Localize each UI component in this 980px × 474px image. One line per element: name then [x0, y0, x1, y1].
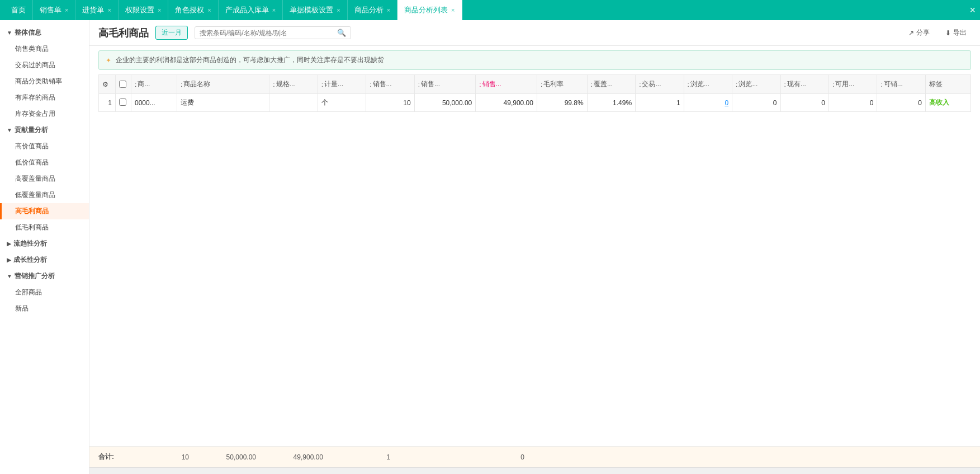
- close-icon[interactable]: ×: [158, 7, 161, 13]
- content-area: 高毛利商品 近一月 🔍 ↗ 分享 ⬇ 导出 ✦ 企业的主要的利润都是这部分商品创…: [89, 20, 980, 474]
- row-view1[interactable]: 0: [684, 94, 732, 112]
- col-settings[interactable]: ⚙: [99, 75, 116, 94]
- sidebar-item-stock-capital[interactable]: 库存资金占用: [0, 106, 89, 122]
- col-view1[interactable]: :浏览...: [684, 75, 732, 94]
- row-gross-margin: 99.8%: [537, 94, 587, 112]
- nav-item-analysis-list[interactable]: 商品分析列表 ×: [397, 0, 462, 20]
- col-spec[interactable]: :规格...: [269, 75, 318, 94]
- col-code[interactable]: :商...: [131, 75, 177, 94]
- nav-item-purchase[interactable]: 进货单 ×: [75, 0, 118, 20]
- sidebar-item-high-coverage[interactable]: 高覆盖量商品: [0, 171, 89, 187]
- sidebar: ▼ 整体信息 销售类商品 交易过的商品 商品分类助销率 有库存的商品 库存资金占…: [0, 20, 89, 474]
- col-unit[interactable]: :计量...: [318, 75, 366, 94]
- sidebar-section-growth[interactable]: ▶ 成长性分析: [0, 252, 89, 268]
- horizontal-scrollbar[interactable]: [89, 467, 980, 474]
- select-all-checkbox[interactable]: [119, 81, 126, 88]
- close-icon[interactable]: ×: [65, 7, 68, 13]
- close-icon[interactable]: ×: [207, 7, 211, 13]
- footer-trade: 1: [326, 453, 394, 461]
- data-table: ⚙ :商... :商品名称 :规格...: [98, 74, 971, 112]
- close-icon[interactable]: ×: [337, 7, 340, 13]
- col-sale-amount[interactable]: :销售...: [414, 75, 476, 94]
- table-header-row: ⚙ :商... :商品名称 :规格...: [99, 75, 971, 94]
- table-container: ⚙ :商... :商品名称 :规格...: [89, 74, 980, 446]
- export-button[interactable]: ⬇ 导出: [941, 26, 971, 40]
- sidebar-item-category-rate[interactable]: 商品分类助销率: [0, 73, 89, 90]
- nav-item-sales[interactable]: 销售单 ×: [33, 0, 75, 20]
- row-trade: 1: [636, 94, 684, 112]
- row-tag: 高收入: [925, 94, 970, 112]
- col-available[interactable]: :可用...: [829, 75, 877, 94]
- row-sale-profit: 49,900.00: [476, 94, 537, 112]
- sidebar-item-high-value[interactable]: 高价值商品: [0, 138, 89, 154]
- footer-available: 0: [461, 453, 528, 461]
- col-trade[interactable]: :交易...: [636, 75, 684, 94]
- nav-item-permissions[interactable]: 权限设置 ×: [119, 0, 168, 20]
- info-bar: ✦ 企业的主要的利润都是这部分商品创造的，可考虑加大推广，同时关注库存是不要出现…: [98, 50, 971, 70]
- sidebar-item-low-margin[interactable]: 低毛利商品: [0, 219, 89, 236]
- col-current[interactable]: :现有...: [780, 75, 828, 94]
- export-icon: ⬇: [945, 29, 951, 37]
- main-layout: ▼ 整体信息 销售类商品 交易过的商品 商品分类助销率 有库存的商品 库存资金占…: [0, 20, 980, 474]
- nav-item-role[interactable]: 角色授权 ×: [168, 0, 218, 20]
- row-checkbox: [116, 94, 131, 112]
- col-name[interactable]: :商品名称: [177, 75, 269, 94]
- sidebar-section-overall[interactable]: ▼ 整体信息: [0, 25, 89, 41]
- header-actions: ↗ 分享 ⬇ 导出: [904, 26, 971, 40]
- sidebar-item-low-value[interactable]: 低价值商品: [0, 154, 89, 171]
- nav-item-analysis[interactable]: 商品分析 ×: [348, 0, 397, 20]
- sidebar-section-trend[interactable]: ▶ 流趋性分析: [0, 236, 89, 252]
- share-button[interactable]: ↗ 分享: [904, 26, 934, 40]
- close-window-button[interactable]: ×: [969, 4, 976, 16]
- footer-view1: [394, 453, 461, 461]
- footer-label: 合计:: [98, 452, 114, 462]
- row-saleable: 0: [877, 94, 925, 112]
- nav-item-product-inbound[interactable]: 产成品入库单 ×: [219, 0, 283, 20]
- sidebar-item-sales-goods[interactable]: 销售类商品: [0, 41, 89, 57]
- nav-item-home[interactable]: 首页: [4, 0, 33, 20]
- row-index: 1: [99, 94, 116, 112]
- sidebar-item-low-coverage[interactable]: 低覆盖量商品: [0, 187, 89, 203]
- footer-sale-amount: 50,000.00: [192, 453, 259, 461]
- col-coverage[interactable]: :覆盖...: [587, 75, 635, 94]
- content-header: 高毛利商品 近一月 🔍 ↗ 分享 ⬇ 导出: [89, 20, 980, 46]
- row-name: 运费: [177, 94, 269, 112]
- sidebar-item-in-stock[interactable]: 有库存的商品: [0, 90, 89, 106]
- sidebar-item-new-goods[interactable]: 新品: [0, 301, 89, 317]
- col-gross-margin[interactable]: :毛利率: [537, 75, 587, 94]
- close-icon[interactable]: ×: [451, 7, 455, 13]
- col-saleable[interactable]: :可销...: [877, 75, 925, 94]
- filter-recent-month-button[interactable]: 近一月: [155, 26, 188, 40]
- chevron-down-icon: ▼: [7, 127, 12, 133]
- sidebar-item-high-margin[interactable]: 高毛利商品: [0, 203, 89, 219]
- search-input[interactable]: [200, 29, 335, 37]
- row-sale-count: 10: [366, 94, 414, 112]
- close-icon[interactable]: ×: [272, 7, 276, 13]
- sidebar-section-contribution[interactable]: ▼ 贡献量分析: [0, 122, 89, 138]
- footer-cells: 10 50,000.00 49,900.00 1 0: [125, 453, 971, 461]
- nav-item-template[interactable]: 单据模板设置 ×: [283, 0, 347, 20]
- row-available: 0: [829, 94, 877, 112]
- col-tag[interactable]: 标签: [925, 75, 970, 94]
- footer-bar: 合计: 10 50,000.00 49,900.00 1 0: [89, 446, 980, 467]
- table-row: 1 0000... 运费 个 10 50,000.00 49,900.00 99…: [99, 94, 971, 112]
- close-icon[interactable]: ×: [387, 7, 390, 13]
- sidebar-item-all-goods[interactable]: 全部商品: [0, 284, 89, 301]
- col-sale-count[interactable]: :销售...: [366, 75, 414, 94]
- chevron-right-icon: ▶: [7, 241, 11, 247]
- chevron-right-icon: ▶: [7, 257, 11, 263]
- footer-sale-count: 10: [125, 453, 192, 461]
- sidebar-section-marketing[interactable]: ▼ 营销推广分析: [0, 268, 89, 284]
- search-icon[interactable]: 🔍: [337, 29, 346, 37]
- close-icon[interactable]: ×: [107, 7, 111, 13]
- top-nav: 首页 销售单 × 进货单 × 权限设置 × 角色授权 × 产成品入库单 × 单据…: [0, 0, 980, 20]
- col-checkbox: [116, 75, 131, 94]
- row-code: 0000...: [131, 94, 177, 112]
- col-sale-profit[interactable]: :销售...: [476, 75, 537, 94]
- row-spec: [269, 94, 318, 112]
- info-icon: ✦: [106, 57, 111, 64]
- row-select-checkbox[interactable]: [119, 98, 126, 106]
- col-view2[interactable]: :浏览...: [732, 75, 780, 94]
- row-current: 0: [780, 94, 828, 112]
- sidebar-item-traded-goods[interactable]: 交易过的商品: [0, 57, 89, 73]
